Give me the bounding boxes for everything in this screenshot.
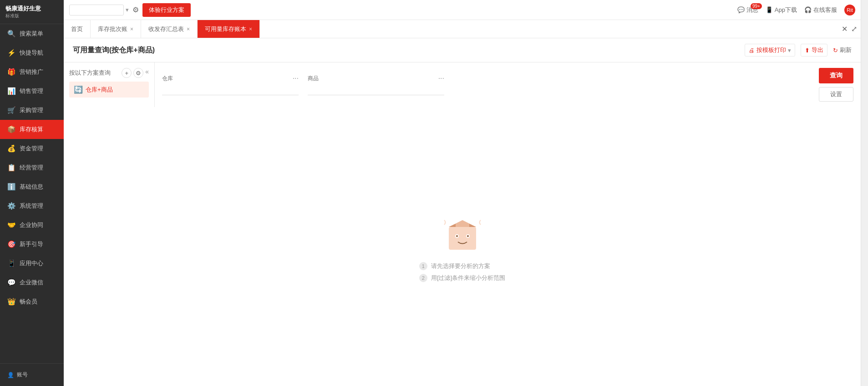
export-btn[interactable]: ⬆ 导出 xyxy=(801,44,827,57)
search-icon: 🔍 xyxy=(7,30,16,38)
app-download-btn[interactable]: 📱 App下载 xyxy=(766,6,797,14)
experience-btn[interactable]: 体验行业方案 xyxy=(142,3,191,17)
filter-goods-text: 商品 xyxy=(308,75,319,82)
purchase-mgmt-icon: 🛒 xyxy=(7,106,16,114)
sidebar-item-purchase-mgmt[interactable]: 🛒 采购管理 xyxy=(0,101,64,120)
tabbar-close-all-icon[interactable]: ✕ xyxy=(842,25,848,33)
query-area: 按以下方案查询 + ⚙ « 🔄 仓库+商品 仓库 ··· xyxy=(64,62,861,107)
sidebar-item-system-mgmt[interactable]: ⚙️ 系统管理 xyxy=(0,196,64,216)
sidebar-item-shortcut[interactable]: ⚡ 快捷导航 xyxy=(0,43,64,62)
filter-goods-dots[interactable]: ··· xyxy=(438,74,444,82)
message-badge: 99+ xyxy=(751,3,762,9)
enterprise-coop-icon: 🤝 xyxy=(7,221,16,229)
tab-recv-summary[interactable]: 收发存汇总表 × xyxy=(141,20,198,38)
message-btn[interactable]: 💬 消息 99+ xyxy=(737,6,758,14)
tab-home[interactable]: 首页 xyxy=(64,20,91,38)
empty-illustration xyxy=(440,211,485,257)
sidebar-item-vip-member[interactable]: 👑 畅会员 xyxy=(0,292,64,311)
sidebar-item-finance-mgmt[interactable]: 💰 资金管理 xyxy=(0,139,64,158)
main-area: ▾ ⚙ 体验行业方案 💬 消息 99+ 📱 App下载 🎧 在线客服 Rit xyxy=(64,0,861,386)
topbar-dropdown-icon[interactable]: ▾ xyxy=(126,6,129,13)
refresh-btn[interactable]: ↻ 刷新 xyxy=(833,46,852,54)
sidebar-item-inventory-calc[interactable]: 📦 库存核算 xyxy=(0,120,64,139)
online-service-btn[interactable]: 🎧 在线客服 xyxy=(804,6,837,14)
scheme-item-icon: 🔄 xyxy=(74,85,83,94)
sidebar-bottom-user[interactable]: 👤 账号 xyxy=(0,367,64,382)
finance-mgmt-icon: 💰 xyxy=(7,144,16,153)
sidebar-item-label-enterprise-wechat: 企业微信 xyxy=(20,278,43,287)
sidebar-item-basic-info[interactable]: ℹ️ 基础信息 xyxy=(0,177,64,196)
app-icon: 📱 xyxy=(766,6,773,13)
sidebar-item-enterprise-wechat[interactable]: 💬 企业微信 xyxy=(0,273,64,292)
tab-home-label: 首页 xyxy=(71,25,83,33)
sidebar-item-app-center[interactable]: 📱 应用中心 xyxy=(0,254,64,273)
tabbar-expand-icon[interactable]: ⤢ xyxy=(851,25,857,33)
filter-warehouse-dots[interactable]: ··· xyxy=(293,74,299,82)
scheme-item-warehouse-goods[interactable]: 🔄 仓库+商品 xyxy=(69,82,149,98)
sidebar-item-label-marketing-promo: 营销推广 xyxy=(20,68,43,76)
tabbar-right: ✕ ⤢ xyxy=(838,20,861,38)
filter-warehouse-input[interactable] xyxy=(162,84,299,95)
filter-goods-input[interactable] xyxy=(308,84,444,95)
svg-rect-0 xyxy=(449,227,476,250)
filter-goods: 商品 ··· xyxy=(308,74,444,95)
service-label: 在线客服 xyxy=(813,6,837,14)
tab-recv-summary-close[interactable]: × xyxy=(187,26,190,32)
tab-batch-ledger-close[interactable]: × xyxy=(130,26,133,32)
scheme-item-label: 仓库+商品 xyxy=(86,86,113,94)
empty-state: 1 请先选择要分析的方案 2 用[过滤]条件来缩小分析范围 xyxy=(64,107,861,386)
inventory-calc-icon: 📦 xyxy=(7,125,16,134)
tab-batch-ledger[interactable]: 库存批次账 × xyxy=(91,20,141,38)
svg-point-6 xyxy=(456,235,458,237)
query-filters: 仓库 ··· 商品 ··· xyxy=(155,62,812,107)
sidebar-item-label-new-guide: 新手引导 xyxy=(20,240,43,248)
vip-member-icon: 👑 xyxy=(7,298,16,306)
filter-warehouse-text: 仓库 xyxy=(162,75,173,82)
sidebar: 畅康通好生意 标准版 🔍 搜索菜单 ⚡ 快捷导航 🎁 营销推广 📊 销售管理 🛒… xyxy=(0,0,64,386)
query-submit-btn[interactable]: 查询 xyxy=(819,68,853,83)
empty-tips: 1 请先选择要分析的方案 2 用[过滤]条件来缩小分析范围 xyxy=(419,262,505,282)
refresh-label: 刷新 xyxy=(840,46,852,54)
collapse-sidebar-btn[interactable]: « xyxy=(145,68,149,78)
filter-warehouse: 仓库 ··· xyxy=(162,74,299,95)
sidebar-item-label-shortcut: 快捷导航 xyxy=(20,49,43,57)
query-sidebar-header: 按以下方案查询 + ⚙ « xyxy=(69,68,149,78)
tab-available-ledger-close[interactable]: × xyxy=(249,26,252,32)
right-scrollbar[interactable] xyxy=(861,0,868,386)
tab-available-ledger[interactable]: 可用量库存账本 × xyxy=(198,20,260,38)
content-area: 可用量查询(按仓库+商品) 🖨 按模板打印 ▾ ⬆ 导出 ↻ 刷新 xyxy=(64,38,861,386)
print-btn[interactable]: 🖨 按模板打印 ▾ xyxy=(745,44,795,57)
query-settings-btn[interactable]: 设置 xyxy=(819,87,853,102)
print-label: 按模板打印 xyxy=(756,46,786,54)
user-btn[interactable]: Rit xyxy=(844,5,855,15)
topbar-right: 💬 消息 99+ 📱 App下载 🎧 在线客服 Rit xyxy=(737,5,855,15)
sidebar-item-ops-mgmt[interactable]: 📋 经营管理 xyxy=(0,158,64,177)
user-avatar: Rit xyxy=(844,5,855,15)
enterprise-wechat-icon: 💬 xyxy=(7,278,16,287)
sidebar-bottom: 👤 账号 xyxy=(0,363,64,386)
sidebar-item-search[interactable]: 🔍 搜索菜单 xyxy=(0,24,64,43)
shortcut-icon: ⚡ xyxy=(7,49,16,57)
sidebar-item-marketing-promo[interactable]: 🎁 营销推广 xyxy=(0,62,64,82)
tip-2-num: 2 xyxy=(419,274,427,282)
query-scheme-sidebar: 按以下方案查询 + ⚙ « 🔄 仓库+商品 xyxy=(64,62,155,107)
page-title: 可用量查询(按仓库+商品) xyxy=(73,46,155,55)
tip-1-num: 1 xyxy=(419,262,427,270)
query-btn-area: 查询 设置 xyxy=(812,62,861,107)
sidebar-item-label-ops-mgmt: 经营管理 xyxy=(20,164,43,172)
sidebar-item-label-vip-member: 畅会员 xyxy=(20,298,37,306)
sidebar-logo: 畅康通好生意 标准版 xyxy=(0,0,64,24)
basic-info-icon: ℹ️ xyxy=(7,183,16,191)
print-dropdown-icon[interactable]: ▾ xyxy=(788,47,791,54)
tabbar: 首页 库存批次账 × 收发存汇总表 × 可用量库存账本 × ✕ ⤢ xyxy=(64,20,861,38)
topbar-search-input[interactable] xyxy=(69,5,124,15)
topbar-gear-icon[interactable]: ⚙ xyxy=(132,5,139,14)
add-scheme-btn[interactable]: + xyxy=(122,68,132,78)
tab-batch-ledger-label: 库存批次账 xyxy=(98,25,127,33)
sidebar-item-new-guide[interactable]: 🎯 新手引导 xyxy=(0,235,64,254)
sidebar-item-sales-mgmt[interactable]: 📊 销售管理 xyxy=(0,82,64,101)
export-icon: ⬆ xyxy=(805,47,810,54)
sidebar-item-enterprise-coop[interactable]: 🤝 企业协同 xyxy=(0,216,64,235)
new-guide-icon: 🎯 xyxy=(7,240,16,248)
settings-scheme-btn[interactable]: ⚙ xyxy=(133,68,143,78)
